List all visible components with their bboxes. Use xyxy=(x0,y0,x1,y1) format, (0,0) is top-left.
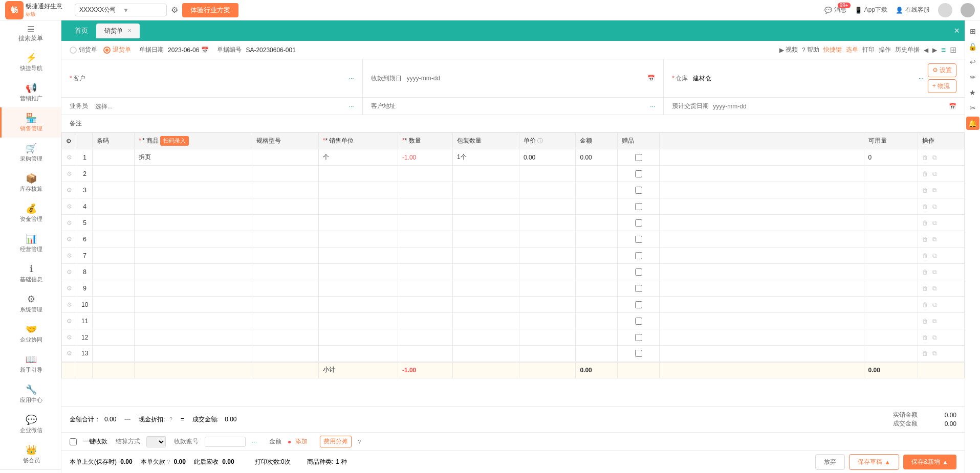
row-pack-qty[interactable] xyxy=(453,313,519,329)
row-pack-qty[interactable] xyxy=(453,346,519,362)
row-unit-price[interactable]: 0.00 xyxy=(519,149,576,166)
right-panel-btn-5[interactable]: ★ xyxy=(966,86,979,99)
row-qty[interactable] xyxy=(398,182,452,198)
row-unit-price[interactable] xyxy=(519,198,576,215)
gift-checkbox[interactable] xyxy=(635,203,642,210)
row-barcode[interactable] xyxy=(93,215,135,231)
row-unit[interactable] xyxy=(318,297,398,313)
row-settings-icon[interactable]: ⚙ xyxy=(67,318,72,325)
discard-button[interactable]: 放弃 xyxy=(815,454,845,470)
row-qty[interactable] xyxy=(398,264,452,280)
row-settings-icon[interactable]: ⚙ xyxy=(67,219,72,227)
row-product[interactable] xyxy=(135,215,252,231)
row-product[interactable] xyxy=(135,231,252,247)
delete-icon[interactable]: 🗑 xyxy=(922,268,928,276)
copy-icon[interactable]: ⧉ xyxy=(932,219,937,227)
sidebar-item-wechat[interactable]: 💬 企业微信 xyxy=(0,409,61,439)
row-barcode[interactable] xyxy=(93,198,135,215)
payment-due-input[interactable] xyxy=(407,75,648,82)
customer-address-input[interactable] xyxy=(407,103,650,110)
copy-icon[interactable]: ⧉ xyxy=(932,268,937,276)
row-settings-icon[interactable]: ⚙ xyxy=(67,268,72,276)
row-spec[interactable] xyxy=(252,166,318,182)
row-qty[interactable] xyxy=(398,280,452,297)
save-new-button[interactable]: 保存&新增 ▲ xyxy=(903,455,956,469)
row-pack-qty[interactable]: 1个 xyxy=(453,149,519,166)
row-qty[interactable] xyxy=(398,297,452,313)
remark-input[interactable] xyxy=(85,120,956,127)
right-panel-btn-4[interactable]: ✏ xyxy=(966,71,979,84)
copy-icon[interactable]: ⧉ xyxy=(932,170,937,177)
gift-checkbox[interactable] xyxy=(635,268,642,276)
row-product[interactable] xyxy=(135,346,252,362)
row-settings-icon[interactable]: ⚙ xyxy=(67,285,72,292)
row-pack-qty[interactable] xyxy=(453,215,519,231)
delete-icon[interactable]: 🗑 xyxy=(922,350,928,357)
window-close-button[interactable]: × xyxy=(954,26,960,36)
gift-checkbox[interactable] xyxy=(635,334,642,341)
row-barcode[interactable] xyxy=(93,182,135,198)
row-settings-icon[interactable]: ⚙ xyxy=(67,154,72,161)
copy-icon[interactable]: ⧉ xyxy=(932,350,937,357)
right-panel-btn-6[interactable]: ✂ xyxy=(966,101,979,115)
row-qty[interactable] xyxy=(398,313,452,329)
tab-home[interactable]: 首页 xyxy=(67,23,96,38)
price-info-icon[interactable]: ⓘ xyxy=(537,138,543,144)
copy-icon[interactable]: ⧉ xyxy=(932,318,937,325)
message-button[interactable]: 💬 消息 99+ xyxy=(824,6,846,14)
gift-checkbox[interactable] xyxy=(635,318,642,325)
video-button[interactable]: ▶ 视频 xyxy=(779,46,798,54)
row-amount[interactable] xyxy=(576,329,618,346)
row-pack-qty[interactable] xyxy=(453,264,519,280)
row-qty[interactable] xyxy=(398,346,452,362)
row-unit-price[interactable] xyxy=(519,280,576,297)
row-spec[interactable] xyxy=(252,215,318,231)
print-button[interactable]: 打印 xyxy=(862,46,875,54)
row-unit[interactable] xyxy=(318,215,398,231)
scan-button[interactable]: 扫码录入 xyxy=(160,136,189,146)
delete-icon[interactable]: 🗑 xyxy=(922,285,928,292)
select-button[interactable]: 选单 xyxy=(846,46,858,54)
sidebar-item-quick-nav[interactable]: ⚡ 快捷导航 xyxy=(0,47,61,77)
sidebar-item-system[interactable]: ⚙ 系统管理 xyxy=(0,288,61,319)
row-pack-qty[interactable] xyxy=(453,166,519,182)
delete-icon[interactable]: 🗑 xyxy=(922,236,928,243)
row-unit[interactable]: 个 xyxy=(318,149,398,166)
row-barcode[interactable] xyxy=(93,247,135,264)
row-amount[interactable] xyxy=(576,247,618,264)
sidebar-item-member[interactable]: 👑 畅会员 xyxy=(0,439,61,469)
sidebar-item-sales[interactable]: 🏪 销售管理 xyxy=(0,107,61,138)
gift-checkbox[interactable] xyxy=(635,350,642,357)
copy-icon[interactable]: ⧉ xyxy=(932,187,937,194)
row-spec[interactable] xyxy=(252,297,318,313)
row-barcode[interactable] xyxy=(93,149,135,166)
one-click-payment-checkbox[interactable] xyxy=(70,438,77,445)
salesperson-dots-icon[interactable]: ··· xyxy=(349,103,354,110)
row-unit[interactable] xyxy=(318,231,398,247)
row-spec[interactable] xyxy=(252,329,318,346)
account-dots-icon[interactable]: ··· xyxy=(252,438,257,445)
gift-checkbox[interactable] xyxy=(635,285,642,292)
row-settings-icon[interactable]: ⚙ xyxy=(67,187,72,194)
row-barcode[interactable] xyxy=(93,346,135,362)
row-settings-icon[interactable]: ⚙ xyxy=(67,252,72,259)
delete-icon[interactable]: 🗑 xyxy=(922,318,928,325)
row-pack-qty[interactable] xyxy=(453,182,519,198)
row-barcode[interactable] xyxy=(93,280,135,297)
sidebar-item-basic-info[interactable]: ℹ 基础信息 xyxy=(0,258,61,288)
copy-icon[interactable]: ⧉ xyxy=(932,301,937,308)
row-settings-icon[interactable]: ⚙ xyxy=(67,236,72,243)
fee-help-icon[interactable]: ? xyxy=(358,439,361,445)
row-product[interactable] xyxy=(135,297,252,313)
row-settings-icon[interactable]: ⚙ xyxy=(67,301,72,308)
row-amount[interactable] xyxy=(576,231,618,247)
row-product[interactable] xyxy=(135,264,252,280)
next-icon[interactable]: ▶ xyxy=(932,47,937,54)
gift-checkbox[interactable] xyxy=(635,154,642,161)
row-product[interactable] xyxy=(135,182,252,198)
row-amount[interactable] xyxy=(576,166,618,182)
gift-checkbox[interactable] xyxy=(635,219,642,227)
row-product[interactable] xyxy=(135,166,252,182)
sidebar-item-marketing[interactable]: 📢 营销推广 xyxy=(0,77,61,107)
address-dots-icon[interactable]: ··· xyxy=(650,103,655,110)
